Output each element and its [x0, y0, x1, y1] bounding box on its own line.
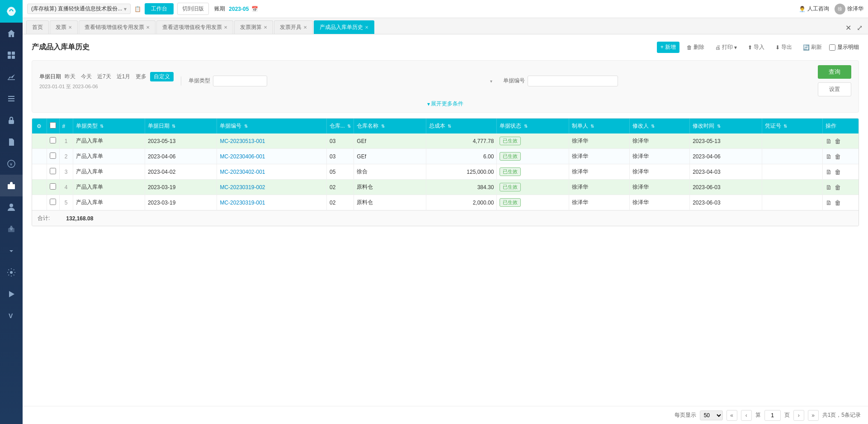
row-delete-icon[interactable]: 🗑 [835, 184, 841, 191]
row-delete-icon[interactable]: 🗑 [835, 199, 841, 206]
sidebar-item-v[interactable]: V [0, 305, 23, 327]
shortcut-7days[interactable]: 近7天 [95, 72, 113, 81]
sidebar-item-box[interactable] [0, 175, 23, 196]
row-checkbox-1[interactable] [50, 152, 56, 159]
row-edit-icon[interactable]: 🗎 [826, 138, 832, 145]
page-number-input[interactable] [764, 410, 781, 421]
calendar-icon[interactable]: 📅 [251, 6, 258, 12]
row-edit-icon[interactable]: 🗎 [826, 199, 832, 206]
sidebar-item-play[interactable] [0, 283, 23, 305]
tab-input-vat[interactable]: 查看进项增值税专用发票 ✕ [156, 20, 233, 34]
user-menu[interactable]: 徐 徐泽华 [835, 4, 863, 14]
row-delete-icon[interactable]: 🗑 [835, 138, 841, 145]
type-select[interactable]: 产品入库单 [213, 76, 267, 86]
row-checkbox-3[interactable] [50, 183, 56, 190]
row-number-cell[interactable]: MC-20230319-001 [217, 195, 327, 210]
tab-product-history-close-icon[interactable]: ✕ [365, 25, 368, 30]
col-status[interactable]: 单据状态 ⇅ [497, 119, 569, 133]
prev-page-button[interactable]: ‹ [741, 410, 752, 421]
col-warehouse-code[interactable]: 仓库... ⇅ [326, 119, 354, 133]
sidebar-item-chart[interactable] [0, 66, 23, 88]
sort-mtime-icon: ⇅ [717, 124, 721, 129]
tab-sales-vat[interactable]: 查看销项增值税专用发票 ✕ [79, 20, 156, 34]
sidebar-item-money[interactable]: ¥ [0, 153, 23, 175]
col-number[interactable]: 单据编号 ⇅ [217, 119, 327, 133]
col-total-cost[interactable]: 总成本 ⇅ [426, 119, 497, 133]
sidebar-item-person[interactable] [0, 196, 23, 218]
show-detail-input[interactable] [829, 44, 835, 51]
show-detail-checkbox[interactable]: 显示明细 [829, 42, 859, 53]
last-page-button[interactable]: » [808, 410, 819, 421]
tab-invoice-calc[interactable]: 发票测算 ✕ [234, 20, 273, 34]
col-date[interactable]: 单据日期 ⇅ [145, 119, 217, 133]
row-wname-cell: 徐合 [354, 164, 426, 180]
tab-invoice-close-icon[interactable]: ✕ [68, 25, 72, 30]
first-page-button[interactable]: « [726, 410, 737, 421]
row-number-cell[interactable]: MC-20230406-001 [217, 149, 327, 164]
row-edit-icon[interactable]: 🗎 [826, 153, 832, 160]
history-version-button[interactable]: 切到旧版 [177, 3, 209, 15]
delete-icon: 🗑 [687, 44, 692, 51]
sidebar-item-home[interactable] [0, 23, 23, 44]
print-button[interactable]: 🖨 打印 ▾ [712, 42, 741, 53]
row-edit-icon[interactable]: 🗎 [826, 168, 832, 176]
col-type[interactable]: 单据类型 ⇅ [73, 119, 145, 133]
tab-sales-vat-close-icon[interactable]: ✕ [146, 25, 150, 30]
sidebar-item-settings[interactable] [0, 262, 23, 283]
tab-invoice-calc-close-icon[interactable]: ✕ [264, 25, 267, 30]
tab-invoice-open[interactable]: 发票开具 ✕ [274, 20, 313, 34]
col-warehouse-name[interactable]: 仓库名称 ⇅ [354, 119, 426, 133]
row-number-cell[interactable]: MC-20230402-001 [217, 164, 327, 180]
tab-expand-button[interactable]: ⤢ [855, 22, 864, 34]
date-filter-group: 单据日期 昨天 今天 近7天 近1月 更多 自定义 2023-01-01 至 2… [39, 72, 174, 90]
tab-product-history[interactable]: 产成品入库单历史 ✕ [314, 20, 374, 34]
sidebar-item-doc[interactable] [0, 131, 23, 153]
company-selector[interactable]: (库存核算) 直播轻快通信息技术股份... ▾ [27, 4, 131, 14]
shortcut-yesterday[interactable]: 昨天 [63, 72, 77, 81]
tab-home[interactable]: 首页 [26, 20, 49, 34]
next-page-button[interactable]: › [793, 410, 804, 421]
tab-invoice[interactable]: 发票 ✕ [50, 20, 78, 34]
col-creator[interactable]: 制单人 ⇅ [569, 119, 629, 133]
row-delete-icon[interactable]: 🗑 [835, 168, 841, 176]
sidebar-item-dashboard[interactable] [0, 44, 23, 66]
reset-button[interactable]: 设置 [818, 82, 851, 96]
shortcut-more[interactable]: 更多 [134, 72, 148, 81]
new-button[interactable]: + 新增 [657, 42, 679, 53]
row-number-cell[interactable]: MC-20230513-001 [217, 133, 327, 149]
number-filter-input[interactable] [528, 76, 618, 86]
col-modifier[interactable]: 修改人 ⇅ [629, 119, 690, 133]
export-button[interactable]: ⬇ 导出 [772, 42, 796, 53]
workbench-button[interactable]: 工作台 [145, 3, 174, 14]
expand-filter-button[interactable]: ▾ 展开更多条件 [427, 100, 463, 108]
service-button[interactable]: 👨‍💼 人工咨询 [799, 5, 829, 13]
col-settings[interactable]: ⚙ [32, 119, 47, 133]
row-number-cell[interactable]: MC-20230319-002 [217, 180, 327, 195]
page-size-select[interactable]: 50 20 100 [700, 410, 723, 420]
refresh-button[interactable]: 🔄 刷新 [799, 42, 826, 53]
sidebar-item-lock[interactable] [0, 110, 23, 131]
row-num-cell: 2 [59, 149, 73, 164]
table-footer: 合计: 132,168.08 [32, 210, 859, 226]
delete-button[interactable]: 🗑 删除 [683, 42, 708, 53]
shortcut-custom[interactable]: 自定义 [150, 72, 174, 81]
sidebar-item-download[interactable] [0, 240, 23, 262]
sidebar-item-list[interactable] [0, 88, 23, 110]
col-voucher[interactable]: 凭证号 ⇅ [762, 119, 822, 133]
shortcut-1month[interactable]: 近1月 [115, 72, 132, 81]
row-delete-icon[interactable]: 🗑 [835, 153, 841, 160]
row-checkbox-0[interactable] [50, 137, 56, 143]
doc-icon[interactable]: 📋 [134, 6, 141, 12]
col-modify-time[interactable]: 修改时间 ⇅ [690, 119, 762, 133]
tab-close-all-button[interactable]: ✕ [844, 22, 853, 34]
query-button[interactable]: 查询 [818, 65, 851, 79]
shortcut-today[interactable]: 今天 [79, 72, 94, 81]
tab-invoice-open-close-icon[interactable]: ✕ [303, 25, 307, 30]
row-checkbox-4[interactable] [50, 199, 56, 205]
tab-input-vat-close-icon[interactable]: ✕ [224, 25, 227, 30]
select-all-checkbox[interactable] [50, 122, 56, 129]
row-edit-icon[interactable]: 🗎 [826, 184, 832, 191]
sidebar-item-puzzle[interactable] [0, 218, 23, 240]
import-button[interactable]: ⬆ 导入 [744, 42, 768, 53]
row-checkbox-2[interactable] [50, 168, 56, 174]
